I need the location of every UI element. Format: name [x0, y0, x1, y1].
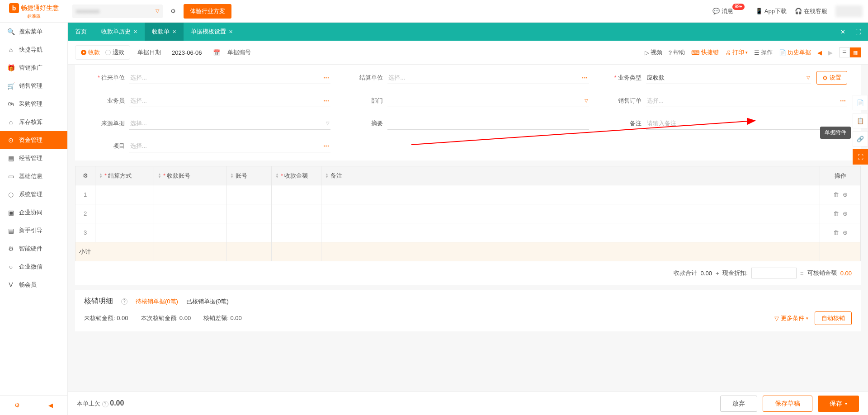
biz-type-input[interactable]: 应收款▽ — [646, 71, 811, 84]
table-row[interactable]: 2🗑⊕ — [75, 204, 861, 223]
sidebar-item-14[interactable]: V畅会员 — [0, 276, 67, 294]
col-remark[interactable]: 备注 — [330, 172, 342, 180]
add-icon[interactable]: ⊕ — [843, 210, 848, 217]
dock-expand-icon[interactable]: ⛶ — [853, 149, 868, 165]
delete-icon[interactable]: 🗑 — [833, 210, 839, 217]
chat-icon: 💬 — [712, 8, 720, 14]
remark-input[interactable]: 请输入备注 — [646, 117, 847, 130]
dock-copy-icon[interactable]: 📋 — [853, 113, 868, 128]
company-selector[interactable]: xxxxxxxx ▽ — [72, 5, 163, 18]
pending-link[interactable]: 待核销单据(0笔) — [136, 297, 178, 306]
sidebar-item-9[interactable]: ◌系统管理 — [0, 185, 67, 203]
gear-icon[interactable]: ⚙ — [166, 5, 180, 18]
fullscreen-icon[interactable]: ⛶ — [852, 25, 864, 38]
table-row[interactable]: 1🗑⊕ — [75, 185, 861, 204]
collapse-icon[interactable]: ◀ — [48, 402, 53, 409]
sidebar-item-8[interactable]: ▭基础信息 — [0, 167, 67, 185]
verifiable-label: 可核销金额 — [807, 269, 837, 277]
operate-link[interactable]: ☰操作 — [754, 48, 773, 57]
next-icon[interactable]: ▶ — [828, 49, 833, 56]
shortcut-link[interactable]: ⌨快捷键 — [691, 48, 719, 57]
close-icon[interactable]: ✕ — [172, 29, 176, 35]
save-button[interactable]: 保存▾ — [818, 396, 859, 412]
add-icon[interactable]: ⊕ — [843, 229, 848, 236]
receipt-type-radio[interactable]: 收款 退款 — [75, 45, 130, 60]
summary-input[interactable] — [387, 117, 589, 130]
app-download-link[interactable]: 📱 App下载 — [755, 7, 787, 15]
help-link[interactable]: ?帮助 — [669, 48, 685, 57]
discount-input[interactable] — [751, 268, 797, 278]
sidebar-label: 销售管理 — [19, 82, 42, 90]
sidebar-item-4[interactable]: 🛍采购管理 — [0, 95, 67, 113]
support-link[interactable]: 🎧 在线客服 — [795, 7, 827, 15]
sidebar-label: 系统管理 — [19, 190, 42, 198]
sidebar-item-7[interactable]: ▤经营管理 — [0, 149, 67, 167]
date-value[interactable]: 2023-06-06 — [168, 47, 206, 58]
question-icon[interactable]: ? — [102, 401, 108, 407]
messages-link[interactable]: 💬 消息 99+ — [712, 7, 747, 15]
table-row[interactable]: 3🗑⊕ — [75, 223, 861, 242]
settings-button[interactable]: ⚙设置 — [816, 71, 847, 85]
salesman-input[interactable]: 选择...⋯ — [129, 94, 330, 107]
print-icon: 🖨 — [725, 49, 731, 56]
sidebar-label: 企业微信 — [19, 263, 42, 271]
delete-icon[interactable]: 🗑 — [833, 229, 839, 236]
partner-input[interactable]: 选择...⋯ — [129, 71, 330, 84]
col-amount[interactable]: 收款金额 — [281, 172, 308, 180]
sidebar-item-2[interactable]: 🎁营销推广 — [0, 59, 67, 77]
trial-button[interactable]: 体验行业方案 — [184, 4, 231, 19]
close-icon[interactable]: ✕ — [229, 29, 233, 35]
source-input[interactable]: 选择...▽ — [129, 117, 330, 130]
sidebar-item-6[interactable]: ⊙资金管理 — [0, 131, 67, 149]
col-settle-method[interactable]: 结算方式 — [104, 172, 132, 180]
dept-input[interactable]: ▽ — [387, 94, 589, 107]
logo-icon: b — [9, 3, 19, 13]
sidebar-item-11[interactable]: ▤新手引导 — [0, 222, 67, 240]
tab-2[interactable]: 收款单✕ — [145, 23, 184, 41]
sidebar-item-0[interactable]: 🔍搜索菜单 — [0, 23, 67, 41]
sidebar-item-10[interactable]: ▣企业协同 — [0, 203, 67, 222]
sidebar-item-12[interactable]: ⚙智能硬件 — [0, 240, 67, 258]
draft-button[interactable]: 保存草稿 — [763, 396, 812, 412]
gear-icon[interactable]: ⚙ — [83, 172, 88, 179]
calendar-icon[interactable]: 📅 — [213, 49, 220, 56]
video-link[interactable]: ▷视频 — [645, 48, 662, 57]
close-icon[interactable]: ✕ — [133, 29, 137, 35]
prev-icon[interactable]: ◀ — [817, 49, 822, 56]
tab-close-button[interactable]: ✕ — [836, 25, 849, 38]
sidebar-item-13[interactable]: ○企业微信 — [0, 258, 67, 276]
cancel-button[interactable]: 放弃 — [720, 396, 757, 412]
col-account[interactable]: 收款账号 — [163, 172, 190, 180]
support-label: 在线客服 — [804, 7, 827, 15]
dock-draft-icon[interactable]: 📄 — [853, 95, 868, 110]
question-icon[interactable]: ? — [121, 298, 127, 305]
radio-refund[interactable]: 退款 — [105, 48, 124, 57]
settings-icon[interactable]: ⚙ — [14, 402, 20, 409]
tab-0[interactable]: 首页 — [68, 23, 94, 41]
col-acctno[interactable]: 账号 — [236, 172, 247, 180]
view-list-button[interactable]: ☰ — [839, 47, 850, 57]
sidebar-item-5[interactable]: ⌂库存核算 — [0, 113, 67, 131]
print-dropdown[interactable]: 🖨打印▾ — [725, 48, 748, 57]
view-detail-button[interactable]: ▦ — [850, 47, 861, 57]
project-input[interactable]: 选择...⋯ — [129, 140, 330, 152]
sidebar: 🔍搜索菜单⌂快捷导航🎁营销推广🛒销售管理🛍采购管理⌂库存核算⊙资金管理▤经营管理… — [0, 23, 68, 415]
add-icon[interactable]: ⊕ — [843, 191, 848, 198]
user-avatar[interactable] — [835, 5, 863, 17]
sidebar-item-1[interactable]: ⌂快捷导航 — [0, 41, 67, 59]
dock-attachment-icon[interactable]: 🔗 — [853, 131, 868, 146]
tab-1[interactable]: 收款单历史✕ — [94, 23, 145, 41]
more-conditions-link[interactable]: ▽更多条件▾ — [774, 314, 808, 322]
sidebar-label: 基础信息 — [19, 172, 42, 180]
radio-receive[interactable]: 收款 — [81, 48, 100, 57]
done-link[interactable]: 已核销单据(0笔) — [186, 297, 229, 306]
sales-order-input[interactable]: 选择...⋯ — [646, 94, 847, 107]
phone-icon: 📱 — [755, 8, 763, 14]
history-link[interactable]: 📄历史单据 — [779, 48, 811, 57]
sidebar-item-3[interactable]: 🛒销售管理 — [0, 77, 67, 95]
delete-icon[interactable]: 🗑 — [833, 191, 839, 198]
auto-verify-button[interactable]: 自动核销 — [815, 311, 852, 325]
list-icon: ☰ — [754, 49, 760, 56]
tab-3[interactable]: 单据模板设置✕ — [184, 23, 240, 41]
settle-unit-input[interactable]: 选择...⋯ — [387, 71, 589, 84]
